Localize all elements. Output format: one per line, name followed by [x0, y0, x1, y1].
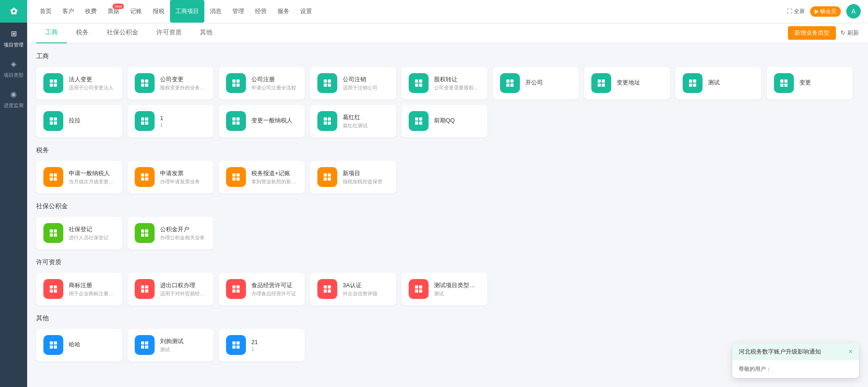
- svg-rect-35: [784, 84, 788, 87]
- card-title-lala: 拉拉: [69, 117, 115, 125]
- card-import-export[interactable]: 进出口权办理适用于对外贸易经营者: [127, 273, 213, 305]
- card-liupao-test[interactable]: 刘朐测试测试: [127, 329, 213, 361]
- tab-tax[interactable]: 税务: [67, 23, 98, 43]
- card-icon-fund-account: [135, 223, 155, 243]
- tab-license[interactable]: 许可资质: [147, 23, 191, 43]
- vip-button[interactable]: ▶ 畅会员: [810, 6, 841, 17]
- tab-social[interactable]: 社保公积金: [98, 23, 147, 43]
- svg-rect-54: [415, 121, 418, 125]
- card-social-register[interactable]: 社保登记进行人员社保登记: [36, 217, 122, 249]
- sidebar-item-progress[interactable]: ◉ 进度监测: [0, 83, 27, 113]
- nav-service[interactable]: 服务: [272, 0, 295, 23]
- tabs-bar: 工商 税务 社保公积金 许可资质 其他 新增业务类型 ↻ 刷新: [27, 23, 868, 43]
- card-one[interactable]: 11: [127, 105, 213, 137]
- svg-rect-71: [328, 177, 331, 181]
- svg-rect-36: [50, 117, 53, 121]
- card-qq[interactable]: 前期QQ: [401, 105, 487, 137]
- card-legal-change[interactable]: 法人变更适用于公司变更法人: [36, 67, 122, 99]
- card-apply-taxpayer[interactable]: 申请一般纳税人当月或次月成变更完成: [36, 161, 122, 193]
- nav-collect[interactable]: 收费: [80, 0, 102, 23]
- card-company-register[interactable]: 公司注册申请公司注册全流程: [219, 67, 305, 99]
- nav-manage[interactable]: 管理: [227, 0, 250, 23]
- svg-rect-46: [232, 121, 236, 125]
- card-test[interactable]: 测试: [675, 67, 761, 99]
- card-title-import-export: 进出口权办理: [160, 281, 206, 289]
- card-text-import-export: 进出口权办理适用于对外贸易经营者: [160, 281, 206, 297]
- tab-other[interactable]: 其他: [191, 23, 222, 43]
- card-title-social-register: 社保登记: [69, 225, 115, 233]
- nav-tax[interactable]: 报税: [147, 0, 170, 23]
- notification-close[interactable]: ×: [849, 348, 853, 356]
- card-apply-invoice[interactable]: 申请发票办理申请发票业务: [127, 161, 213, 193]
- svg-rect-63: [145, 177, 148, 181]
- card-ge-honghong[interactable]: 葛红红葛红红测试: [310, 105, 396, 137]
- card-desc-tax-report: 拿到营业执照的新公司: [251, 178, 297, 185]
- card-icon-liupao-test: [135, 335, 155, 355]
- card-desc-one: 1: [160, 122, 206, 128]
- card-title-change: 变更: [799, 79, 845, 87]
- card-company-cancel[interactable]: 公司注销适用于注销公司: [310, 67, 396, 99]
- card-change[interactable]: 变更: [767, 67, 853, 99]
- card-icon-test-type: [409, 279, 429, 299]
- nav-settings[interactable]: 设置: [295, 0, 317, 23]
- svg-rect-6: [141, 84, 144, 87]
- svg-rect-57: [54, 173, 57, 177]
- svg-rect-90: [232, 289, 236, 293]
- tabs-actions: 新增业务类型 ↻ 刷新: [788, 26, 859, 40]
- nav-customer[interactable]: 客户: [57, 0, 80, 23]
- svg-rect-42: [141, 121, 144, 125]
- card-desc-liupao-test: 测试: [160, 346, 206, 353]
- nav-account[interactable]: 记账: [125, 0, 147, 23]
- card-open-company[interactable]: 开公司: [493, 67, 579, 99]
- svg-rect-48: [324, 117, 327, 121]
- content-area: 工商法人变更适用于公司变更法人公司变更股权变更外的业务变更公司注册申请公司注册全…: [27, 43, 868, 387]
- card-icon-equity-transfer: [409, 73, 429, 93]
- svg-rect-93: [328, 285, 331, 289]
- svg-rect-107: [145, 345, 148, 349]
- card-lala[interactable]: 拉拉: [36, 105, 122, 137]
- card-fund-account[interactable]: 公积金开户办理公积金相关业务: [127, 217, 213, 249]
- svg-rect-60: [141, 173, 144, 177]
- card-equity-transfer[interactable]: 股权转让公司变更需要股权转让: [401, 67, 487, 99]
- avatar[interactable]: A: [846, 4, 861, 19]
- card-icon-test: [683, 73, 703, 93]
- card-change-address[interactable]: 变更地址: [584, 67, 670, 99]
- svg-rect-40: [141, 117, 144, 121]
- card-change-taxpayer[interactable]: 变更一般纳税人: [219, 105, 305, 137]
- nav-message[interactable]: 消息: [204, 0, 227, 23]
- svg-rect-101: [54, 341, 57, 345]
- card-desc-import-export: 适用于对外贸易经营者: [160, 290, 206, 297]
- tab-biz[interactable]: 工商: [36, 23, 67, 43]
- card-twentyone[interactable]: 211: [219, 329, 305, 361]
- nav-operate[interactable]: 经营: [250, 0, 272, 23]
- refresh-button[interactable]: ↻ 刷新: [840, 29, 859, 37]
- svg-rect-38: [50, 121, 53, 125]
- svg-rect-103: [54, 345, 57, 349]
- card-desc-apply-taxpayer: 当月或次月成变更完成: [69, 178, 115, 185]
- svg-rect-33: [784, 79, 788, 83]
- add-type-button[interactable]: 新增业务类型: [788, 26, 836, 40]
- card-text-liupao-test: 刘朐测试测试: [160, 337, 206, 353]
- nav-ticket[interactable]: 票据 new: [102, 0, 125, 23]
- sidebar-item-project-manage[interactable]: ⊞ 项目管理: [0, 23, 27, 53]
- sidebar-item-project-type[interactable]: ◈ 项目类型: [0, 53, 27, 83]
- card-haha[interactable]: 哈哈: [36, 329, 122, 361]
- card-trademark[interactable]: 商标注册用于企业商标注册服务: [36, 273, 122, 305]
- svg-rect-22: [506, 84, 509, 87]
- svg-rect-89: [236, 285, 240, 289]
- nav-home[interactable]: 首页: [34, 0, 57, 23]
- card-company-change[interactable]: 公司变更股权变更外的业务变更: [127, 67, 213, 99]
- fullscreen-btn[interactable]: ⛶ 全屏: [787, 8, 805, 15]
- card-desc-3a-cert: 对企业信誉评级: [343, 290, 389, 297]
- notification-body: 尊敬的用户：: [732, 360, 859, 378]
- card-3a-cert[interactable]: 3A认证对企业信誉评级: [310, 273, 396, 305]
- card-tax-report[interactable]: 税务报道+记账拿到营业执照的新公司: [219, 161, 305, 193]
- card-test-type[interactable]: 测试项目类型目定义测试: [401, 273, 487, 305]
- card-new-project[interactable]: 新项目报税加税控盘保管: [310, 161, 396, 193]
- nav-biz[interactable]: 工商项目: [170, 0, 204, 23]
- card-food-license[interactable]: 食品经营许可证办理食品经营许可证: [219, 273, 305, 305]
- svg-rect-56: [50, 173, 53, 177]
- card-text-company-cancel: 公司注销适用于注销公司: [343, 75, 389, 91]
- svg-rect-15: [328, 84, 331, 87]
- card-desc-legal-change: 适用于公司变更法人: [69, 84, 115, 91]
